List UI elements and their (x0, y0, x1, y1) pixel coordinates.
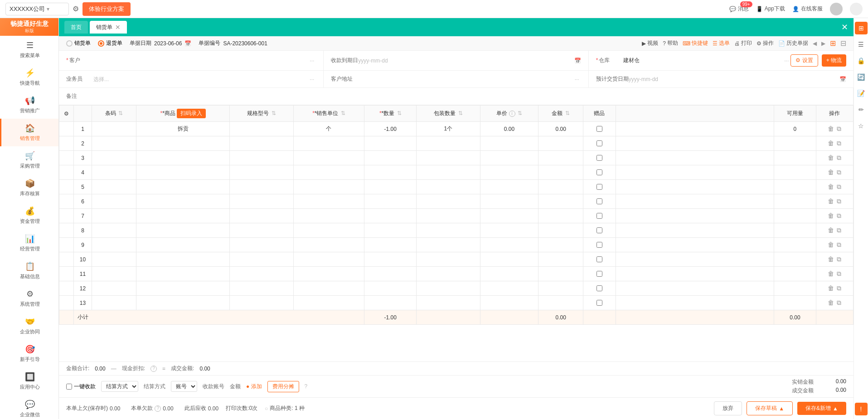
customer-input[interactable] (93, 58, 308, 64)
copy-icon[interactable]: ⧉ (837, 183, 841, 191)
cell-qty[interactable]: -1.00 (364, 122, 417, 136)
cell-barcode[interactable] (92, 165, 136, 180)
cell-pkg[interactable] (417, 238, 480, 252)
cell-goods[interactable] (136, 209, 230, 223)
cell-qty[interactable] (364, 296, 417, 310)
calendar-icon[interactable]: 📅 (184, 40, 191, 47)
toolbar-print[interactable]: 🖨 打印 (734, 39, 752, 47)
cell-unit[interactable] (293, 281, 364, 296)
th-config[interactable]: ⚙ (59, 106, 74, 122)
cell-spec[interactable] (230, 151, 293, 165)
due-date-calendar-icon[interactable]: 📅 (574, 58, 581, 64)
toolbar-operate[interactable]: ⚙ 操作 (756, 39, 774, 47)
warehouse-dots[interactable]: ··· (782, 58, 790, 64)
toolbar-video[interactable]: ▶ 视频 (642, 39, 658, 47)
cell-qty[interactable] (364, 238, 417, 252)
delivery-calendar-icon[interactable]: 📅 (839, 76, 846, 82)
cell-gift[interactable] (583, 151, 616, 165)
cell-price[interactable] (480, 252, 538, 267)
cell-price[interactable] (480, 194, 538, 209)
view-table-icon[interactable]: ⊟ (840, 39, 846, 48)
cell-pkg[interactable] (417, 165, 480, 180)
notification-item[interactable]: 💬 消息 99+ (729, 5, 749, 13)
cell-gift[interactable] (583, 194, 616, 209)
gift-checkbox[interactable] (596, 126, 602, 132)
cell-gift[interactable] (583, 165, 616, 180)
delete-icon[interactable]: 🗑 (828, 212, 834, 220)
copy-icon[interactable]: ⧉ (837, 197, 841, 205)
cell-goods[interactable] (136, 296, 230, 310)
cell-price[interactable] (480, 296, 538, 310)
scan-button[interactable]: 扫码录入 (177, 109, 206, 118)
sidebar-item-base[interactable]: 📋 基础信息 (0, 257, 58, 284)
cell-pkg[interactable] (417, 281, 480, 296)
right-panel-btn-2[interactable]: ☰ (855, 38, 868, 51)
cell-price[interactable] (480, 238, 538, 252)
copy-icon[interactable]: ⧉ (837, 226, 841, 234)
cell-barcode[interactable] (92, 122, 136, 136)
cell-goods[interactable] (136, 194, 230, 209)
cell-price[interactable] (480, 151, 538, 165)
sidebar-item-wechat[interactable]: 💬 企业微信 (0, 395, 58, 419)
goods-type[interactable]: ○ 商品种类: 1 种 (265, 405, 305, 412)
cell-barcode[interactable] (92, 194, 136, 209)
num-value[interactable]: SA-20230606-001 (223, 40, 267, 47)
copy-icon[interactable]: ⧉ (837, 241, 841, 249)
cell-barcode[interactable] (92, 296, 136, 310)
salesperson-dots[interactable]: ··· (308, 76, 316, 82)
cell-amount[interactable] (538, 151, 583, 165)
cell-amount[interactable] (538, 267, 583, 281)
cell-unit[interactable] (293, 252, 364, 267)
logistics-button[interactable]: + 物流 (822, 54, 846, 67)
copy-icon[interactable]: ⧉ (837, 125, 841, 133)
delete-icon[interactable]: 🗑 (828, 241, 834, 249)
one-click-payment[interactable]: 一键收款 (66, 383, 96, 390)
cell-pkg[interactable] (417, 136, 480, 151)
right-panel-btn-3[interactable]: 🔒 (855, 54, 868, 67)
toolbar-history[interactable]: 📄 历史单据 (778, 39, 808, 47)
cell-price[interactable] (480, 180, 538, 194)
cell-pkg[interactable] (417, 180, 480, 194)
cell-pkg[interactable] (417, 296, 480, 310)
price-info-icon[interactable]: i (509, 111, 515, 117)
cell-price[interactable] (480, 223, 538, 238)
avatar[interactable] (830, 3, 843, 15)
cell-spec[interactable] (230, 238, 293, 252)
gift-checkbox[interactable] (596, 256, 602, 262)
cell-qty[interactable] (364, 209, 417, 223)
sidebar-item-enterprise[interactable]: 🤝 企业协同 (0, 312, 58, 340)
sidebar-item-search[interactable]: ☰ 搜索菜单 (0, 36, 58, 63)
cell-qty[interactable] (364, 151, 417, 165)
cell-price[interactable] (480, 165, 538, 180)
avatar2[interactable] (850, 3, 863, 15)
gift-checkbox[interactable] (596, 198, 602, 204)
discard-button[interactable]: 放弃 (714, 401, 742, 415)
date-value[interactable]: 2023-06-06 (154, 40, 182, 47)
cell-amount[interactable] (538, 238, 583, 252)
cell-barcode[interactable] (92, 281, 136, 296)
cell-pkg[interactable]: 1个 (417, 122, 480, 136)
cell-unit[interactable] (293, 194, 364, 209)
copy-icon[interactable]: ⧉ (837, 212, 841, 220)
one-click-checkbox[interactable] (66, 384, 72, 390)
cell-gift[interactable] (583, 281, 616, 296)
copy-icon[interactable]: ⧉ (837, 154, 841, 162)
note-input[interactable] (93, 93, 846, 100)
payment-method-select[interactable]: 结算方式 (101, 381, 138, 392)
sidebar-item-sales[interactable]: 🏠 销售管理 (0, 119, 58, 146)
account-select[interactable]: 账号 (171, 381, 197, 392)
cell-price[interactable] (480, 136, 538, 151)
cell-qty[interactable] (364, 267, 417, 281)
cell-amount[interactable] (538, 209, 583, 223)
cell-amount[interactable] (538, 252, 583, 267)
right-panel-btn-5[interactable]: 📝 (855, 87, 868, 100)
save-new-button[interactable]: 保存&新增 ▲ (797, 402, 846, 415)
delete-icon[interactable]: 🗑 (828, 226, 834, 234)
cell-gift[interactable] (583, 252, 616, 267)
cell-goods[interactable] (136, 267, 230, 281)
cell-goods[interactable] (136, 136, 230, 151)
gift-checkbox[interactable] (596, 227, 602, 233)
customer-dots[interactable]: ··· (308, 58, 316, 64)
gift-checkbox[interactable] (596, 155, 602, 161)
cell-pkg[interactable] (417, 252, 480, 267)
